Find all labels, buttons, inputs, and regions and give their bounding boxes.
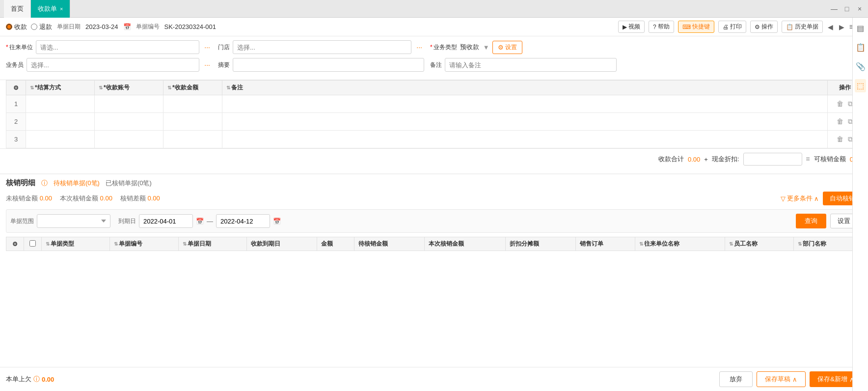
from-date-icon[interactable]: 📅 bbox=[196, 218, 204, 225]
chevron-up-icon: ∧ bbox=[814, 195, 819, 202]
biz-type-value: 预收款 bbox=[460, 43, 479, 52]
date-value: 2023-03-24 bbox=[85, 23, 118, 30]
footer-info: 本单上欠 ⓘ 0.00 bbox=[6, 375, 54, 384]
row1-remark[interactable] bbox=[222, 95, 828, 113]
to-date-icon[interactable]: 📅 bbox=[273, 218, 281, 225]
summary-row: 收款合计 0.00 + 现金折扣: = 可核销金额 0.00 bbox=[0, 148, 868, 169]
discount-input[interactable] bbox=[743, 153, 802, 166]
gear-icon: ⚙ bbox=[755, 24, 760, 30]
verify-title: 核销明细 bbox=[6, 178, 35, 188]
uncleared-value: 0.00 bbox=[40, 195, 52, 202]
sidebar-capture-icon[interactable]: ⬚ bbox=[855, 79, 866, 92]
done-tab[interactable]: 已核销单据(0笔) bbox=[106, 179, 152, 188]
from-date-input[interactable] bbox=[139, 214, 193, 228]
row3-delete-icon[interactable]: 🗑 bbox=[837, 135, 843, 143]
diff-stat: 核销差额 0.00 bbox=[120, 194, 160, 203]
row2-remark[interactable] bbox=[222, 113, 828, 131]
sidebar-table-icon[interactable]: ▤ bbox=[855, 22, 866, 35]
row2-delete-icon[interactable]: 🗑 bbox=[837, 117, 843, 125]
sidebar-attach-icon[interactable]: 📎 bbox=[854, 60, 868, 73]
range-select[interactable] bbox=[37, 214, 110, 228]
detail-col-staff: ⇅员工名称 bbox=[725, 237, 793, 251]
detail-col-due: 收款到期日 bbox=[246, 237, 317, 251]
detail-col-type: ⇅单据类型 bbox=[42, 237, 110, 251]
query-button[interactable]: 查询 bbox=[796, 214, 826, 228]
tab-receipt[interactable]: 收款单 × bbox=[31, 0, 70, 18]
this-order-value: 0.00 bbox=[42, 376, 54, 383]
row3-account[interactable] bbox=[95, 131, 163, 148]
receipt-radio[interactable] bbox=[6, 24, 12, 30]
history-icon: 📋 bbox=[786, 24, 793, 30]
info-circle-icon: ⓘ bbox=[33, 375, 40, 384]
receipt-radio-text: 收款 bbox=[14, 23, 27, 31]
verify-info-icon[interactable]: ⓘ bbox=[41, 179, 48, 188]
receipt-radio-label[interactable]: 收款 bbox=[6, 23, 27, 31]
settings-button[interactable]: ⚙ 设置 bbox=[492, 41, 522, 54]
col-account-label: *收款账号 bbox=[104, 84, 130, 91]
shortcut-button[interactable]: ⌨ 快捷键 bbox=[678, 21, 714, 33]
minimize-button[interactable]: — bbox=[830, 4, 839, 13]
shop-input[interactable] bbox=[233, 40, 411, 54]
home-label: 首页 bbox=[11, 4, 24, 13]
col-settle-label: *结算方式 bbox=[35, 84, 61, 91]
pending-tab[interactable]: 待核销单据(0笔) bbox=[54, 179, 100, 188]
print-button[interactable]: 🖨 打印 bbox=[718, 21, 746, 33]
detail-table: ⚙ ⇅单据类型 ⇅单据编号 ⇅单据日期 bbox=[6, 237, 862, 251]
row3-settle[interactable] bbox=[26, 131, 95, 148]
staff-more-icon[interactable]: ··· bbox=[202, 61, 212, 69]
shop-more-icon[interactable]: ··· bbox=[414, 43, 424, 51]
row-num-2: 2 bbox=[6, 113, 26, 131]
history-button[interactable]: 📋 历史单据 bbox=[782, 21, 823, 33]
row3-amount[interactable] bbox=[163, 131, 222, 148]
col-header-settle: ⇅*结算方式 bbox=[26, 81, 95, 95]
row3-remark[interactable] bbox=[222, 131, 828, 148]
form-area: 往来单位 ··· 门店 ··· 业务类型 预收款 ▼ ⚙ 设置 bbox=[0, 36, 868, 80]
discard-button[interactable]: 放弃 bbox=[719, 371, 753, 387]
biz-type-field: 业务类型 预收款 ▼ ⚙ 设置 bbox=[430, 41, 617, 54]
dropdown-icon[interactable]: ▼ bbox=[483, 44, 489, 51]
nav-prev-button[interactable]: ◀ bbox=[827, 22, 834, 32]
tab-close-icon[interactable]: × bbox=[60, 6, 63, 12]
calendar-icon[interactable]: 📅 bbox=[123, 23, 131, 30]
remark-input[interactable] bbox=[445, 58, 617, 72]
maximize-button[interactable]: □ bbox=[842, 4, 851, 13]
biz-type-select: 预收款 ▼ bbox=[460, 43, 489, 52]
customer-more-icon[interactable]: ··· bbox=[202, 43, 212, 51]
footer-buttons: 放弃 保存草稿 ∧ 保存&新增 ∧ bbox=[719, 371, 862, 387]
help-button[interactable]: ? 帮助 bbox=[649, 21, 674, 33]
row-num-1: 1 bbox=[6, 95, 26, 113]
row1-amount[interactable] bbox=[163, 95, 222, 113]
staff-input[interactable] bbox=[27, 58, 199, 72]
settings-gear-icon: ⚙ bbox=[498, 44, 504, 51]
select-all-checkbox[interactable] bbox=[29, 240, 36, 247]
to-date-input[interactable] bbox=[216, 214, 270, 228]
tab-home[interactable]: 首页 bbox=[4, 0, 31, 18]
customer-label: 往来单位 bbox=[6, 43, 33, 52]
form-row-1: 往来单位 ··· 门店 ··· 业务类型 预收款 ▼ ⚙ 设置 bbox=[6, 40, 862, 54]
refund-radio-label[interactable]: 退款 bbox=[31, 23, 52, 31]
more-conditions-button[interactable]: ▽ 更多条件 ∧ bbox=[781, 194, 819, 203]
row2-settle[interactable] bbox=[26, 113, 95, 131]
nav-next-button[interactable]: ▶ bbox=[838, 22, 845, 32]
this-time-value: 0.00 bbox=[100, 195, 112, 202]
operation-button[interactable]: ⚙ 操作 bbox=[750, 21, 778, 33]
detail-col-select bbox=[24, 237, 42, 251]
summary-input[interactable] bbox=[233, 58, 424, 72]
customer-input[interactable] bbox=[36, 40, 200, 54]
refund-radio[interactable] bbox=[31, 24, 37, 30]
video-button[interactable]: ▶ 视频 bbox=[618, 21, 645, 33]
this-order-label: 本单上欠 bbox=[6, 375, 31, 384]
due-date-label: 到期日 bbox=[118, 217, 136, 225]
summary-field: 摘要 bbox=[218, 58, 424, 72]
row2-account[interactable] bbox=[95, 113, 163, 131]
sidebar-doc-icon[interactable]: 📋 bbox=[854, 41, 868, 54]
save-draft-button[interactable]: 保存草稿 ∧ bbox=[757, 371, 806, 387]
row1-settle[interactable] bbox=[26, 95, 95, 113]
row2-amount[interactable] bbox=[163, 113, 222, 131]
table-gear-detail-icon[interactable]: ⚙ bbox=[12, 241, 18, 248]
table-gear-header[interactable]: ⚙ bbox=[6, 81, 26, 95]
close-window-button[interactable]: × bbox=[855, 4, 864, 13]
receipt-table: ⚙ ⇅*结算方式 ⇅*收款账号 ⇅*收款金额 ⇅备注 操作 bbox=[6, 80, 862, 148]
row1-account[interactable] bbox=[95, 95, 163, 113]
row1-delete-icon[interactable]: 🗑 bbox=[837, 100, 843, 108]
